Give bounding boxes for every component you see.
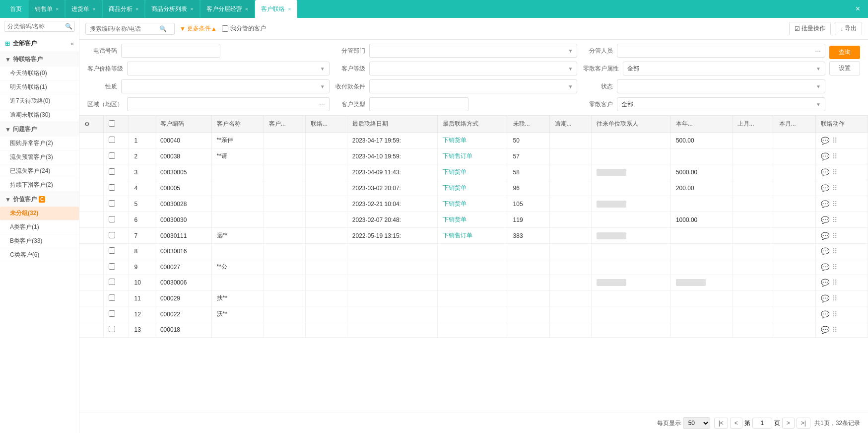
row-checkbox[interactable]	[109, 216, 115, 222]
contact-action-icon[interactable]: 💬	[821, 263, 829, 271]
filter-price-level-select[interactable]: ▼	[127, 62, 330, 75]
filter-retail-customer-select[interactable]: 全部 ▼	[617, 97, 825, 111]
filter-manager-select[interactable]: ···	[617, 44, 825, 58]
sidebar-item-class-a[interactable]: A类客户(1)	[0, 220, 79, 234]
more-action-icon[interactable]: ⠿	[832, 326, 837, 334]
th-checkbox[interactable]	[103, 116, 129, 133]
contact-way-link[interactable]: 下销货单	[443, 184, 467, 191]
contact-action-icon[interactable]: 💬	[821, 137, 829, 144]
more-action-icon[interactable]: ⠿	[832, 310, 837, 318]
td-checkbox[interactable]	[103, 148, 129, 164]
td-last-contact-way[interactable]: 下销货单	[437, 212, 508, 228]
td-last-contact-way[interactable]	[437, 275, 508, 290]
contact-action-icon[interactable]: 💬	[821, 326, 829, 334]
th-overdue[interactable]: 逾期...	[549, 116, 591, 133]
td-last-contact-way[interactable]	[437, 259, 508, 275]
contact-action-icon[interactable]: 💬	[821, 247, 829, 255]
prev-page-button[interactable]: <	[730, 418, 742, 429]
sidebar-item-declining[interactable]: 持续下滑客户(2)	[0, 178, 79, 192]
th-last-month[interactable]: 上月...	[732, 116, 774, 133]
more-action-icon[interactable]: ⠿	[832, 247, 837, 255]
contact-action-icon[interactable]: 💬	[821, 216, 829, 224]
td-checkbox[interactable]	[103, 228, 129, 244]
th-type[interactable]: 客户...	[264, 116, 305, 133]
filter-dept-select[interactable]: ▼	[369, 44, 578, 58]
next-page-button[interactable]: >	[782, 418, 795, 429]
td-checkbox[interactable]	[103, 180, 129, 196]
sidebar-search-input[interactable]	[4, 21, 75, 32]
contact-action-icon[interactable]: 💬	[821, 294, 829, 302]
row-checkbox[interactable]	[109, 137, 115, 143]
last-page-button[interactable]: >|	[797, 418, 810, 429]
page-input[interactable]	[752, 418, 772, 429]
my-customers-checkbox[interactable]	[222, 25, 228, 32]
row-checkbox[interactable]	[109, 279, 115, 285]
nav-tab-home[interactable]: 首页	[4, 0, 28, 18]
row-checkbox[interactable]	[109, 168, 115, 175]
contact-action-icon[interactable]: 💬	[821, 152, 829, 160]
sidebar-item-ungrouped[interactable]: 未分组(32)	[0, 207, 79, 220]
nav-tab-sales-close[interactable]: ×	[56, 6, 59, 12]
filter-customer-attr-select[interactable]: 全部 ▼	[623, 62, 825, 75]
select-all-checkbox[interactable]	[109, 120, 115, 127]
td-last-contact-way[interactable]	[437, 244, 508, 259]
th-unit-contact[interactable]: 往来单位联系人	[591, 116, 670, 133]
sidebar-section-value[interactable]: ▼ 价值客户 C	[0, 192, 79, 207]
page-size-select[interactable]: 50 100 200	[683, 417, 710, 429]
th-name[interactable]: 客户名称	[211, 116, 264, 133]
td-checkbox[interactable]	[103, 259, 129, 275]
sidebar-item-class-c[interactable]: C类客户(6)	[0, 248, 79, 262]
row-checkbox[interactable]	[109, 152, 115, 159]
more-action-icon[interactable]: ⠿	[832, 137, 837, 144]
export-button[interactable]: ↓ 导出	[835, 22, 862, 35]
th-last-contact-date[interactable]: 最后联络日期	[347, 116, 437, 133]
sidebar-item-today-pending[interactable]: 今天待联络(0)	[0, 67, 79, 80]
nav-tab-product-list[interactable]: 商品分析列表 ×	[145, 0, 199, 18]
td-last-contact-way[interactable]: 下销货单	[437, 133, 508, 148]
td-checkbox[interactable]	[103, 212, 129, 228]
td-checkbox[interactable]	[103, 196, 129, 212]
row-checkbox[interactable]	[109, 184, 115, 191]
filter-status-select[interactable]: ▼	[617, 79, 825, 93]
more-action-icon[interactable]: ⠿	[832, 184, 837, 192]
td-checkbox[interactable]	[103, 290, 129, 306]
row-checkbox[interactable]	[109, 200, 115, 207]
th-this-year[interactable]: 本年...	[670, 116, 732, 133]
contact-way-link[interactable]: 下销售订单	[443, 232, 472, 239]
sidebar-item-lost[interactable]: 已流失客户(24)	[0, 164, 79, 178]
contact-way-link[interactable]: 下销货单	[443, 200, 467, 207]
more-action-icon[interactable]: ⠿	[832, 294, 837, 302]
td-checkbox[interactable]	[103, 164, 129, 180]
filter-customer-level-select[interactable]: ▼	[369, 62, 578, 75]
td-checkbox[interactable]	[103, 275, 129, 290]
td-last-contact-way[interactable]	[437, 322, 508, 338]
contact-action-icon[interactable]: 💬	[821, 279, 829, 287]
th-no-contact[interactable]: 未联...	[508, 116, 549, 133]
more-action-icon[interactable]: ⠿	[832, 279, 837, 287]
search-input[interactable]	[90, 25, 159, 32]
filter-more-button[interactable]: ▼ 更多条件 ▲	[180, 24, 217, 33]
contact-way-link[interactable]: 下销货单	[443, 168, 467, 175]
sidebar-section-problem[interactable]: ▼ 问题客户	[0, 122, 79, 137]
more-action-icon[interactable]: ⠿	[832, 216, 837, 224]
th-code[interactable]: 客户编码	[155, 116, 211, 133]
nav-tab-purchase-close[interactable]: ×	[92, 6, 95, 12]
td-checkbox[interactable]	[103, 306, 129, 322]
td-last-contact-way[interactable]: 下销货单	[437, 196, 508, 212]
more-action-icon[interactable]: ⠿	[832, 263, 837, 271]
query-button[interactable]: 查询	[829, 46, 860, 59]
nav-tab-purchase[interactable]: 进货单 ×	[66, 0, 101, 18]
td-checkbox[interactable]	[103, 244, 129, 259]
filter-region-select[interactable]: ···	[127, 97, 330, 111]
more-action-icon[interactable]: ⠿	[832, 152, 837, 160]
row-checkbox[interactable]	[109, 263, 115, 270]
nav-tab-customer-segment-close[interactable]: ×	[245, 6, 248, 12]
filter-nature-select[interactable]: ▼	[121, 79, 330, 93]
contact-action-icon[interactable]: 💬	[821, 184, 829, 192]
td-last-contact-way[interactable]	[437, 306, 508, 322]
nav-tab-sales[interactable]: 销售单 ×	[29, 0, 65, 18]
nav-tab-customer-contact-close[interactable]: ×	[288, 6, 291, 12]
td-checkbox[interactable]	[103, 322, 129, 338]
batch-op-button[interactable]: ☑ 批量操作	[789, 22, 831, 35]
td-last-contact-way[interactable]: 下销货单	[437, 180, 508, 196]
